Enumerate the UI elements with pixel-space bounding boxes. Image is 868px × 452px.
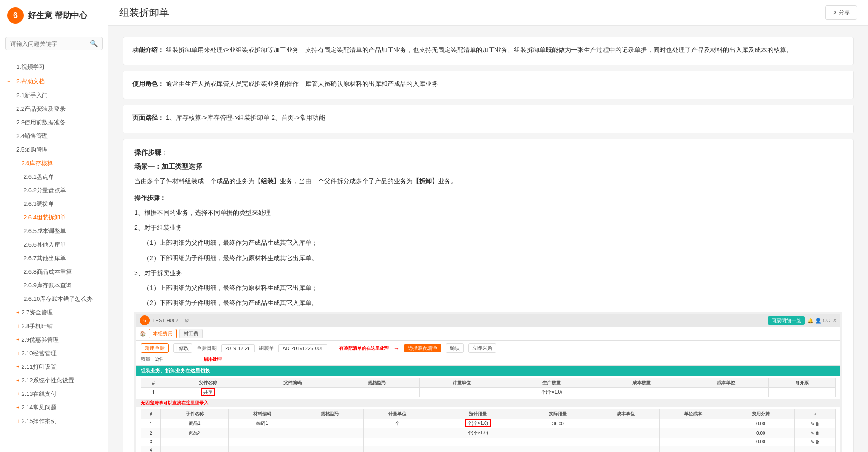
table-row: 2商品2 个(个×1.0)0.00✎ 🗑 <box>141 428 836 438</box>
step1: 1、根据不同的业务，选择不同单据的类型来处理 <box>134 207 842 219</box>
page-header: 组装拆卸单 ↗ 分享 <box>108 0 868 26</box>
search-icon[interactable]: 🔍 <box>90 40 98 47</box>
ops-steps-title: 操作步骤： <box>134 192 842 204</box>
step3-1: （1）上部明细为父件明细，最终作为原材料生成其它出库单； <box>143 282 842 294</box>
child-table: #子件名称材料编码规格型号计量单位预计用量实际用量成本单位单位成本费用分摊+ 1… <box>141 409 836 452</box>
table-row: 4 <box>141 446 836 452</box>
main-content: 组装拆卸单 ↗ 分享 功能介绍： 组装拆卸单用来处理企业组装或拆卸等加工业务，支… <box>108 0 868 452</box>
intro-label: 功能介绍： <box>132 46 164 53</box>
tab-active: 本经费用 <box>149 329 177 338</box>
nav-home: ⚙ <box>184 318 189 324</box>
sidebar-item-install[interactable]: 2.2产品安装及登录 <box>0 102 108 116</box>
path-text: 页面路径： 1、库存核算->库存管理->组装拆卸单 2、首页->常用功能 <box>132 112 844 124</box>
parent-table-container: #父件名称父件编码规格型号计量单位生产数量成本数量成本单位可开票 1 共享 个(… <box>136 376 840 399</box>
sidebar-item-partialcount[interactable]: 2.6.2分量盘点单 <box>0 184 108 197</box>
teal-btn-mock: 同票明细一览 <box>768 316 805 325</box>
sidebar-item-xinshow[interactable]: 2.1新手入门 <box>0 89 108 102</box>
step3: 3、对于拆卖业务 <box>134 267 842 279</box>
sidebar-item-stockerror[interactable]: 2.6.10库存账本错了怎么办 <box>0 292 108 306</box>
select-list-btn[interactable]: 选择装配清单 <box>404 344 441 352</box>
ops-title: 操作步骤： <box>134 148 842 157</box>
path-content: 1、库存核算->库存管理->组装拆卸单 2、首页->常用功能 <box>166 114 325 121</box>
purchase-btn[interactable]: 立即采购 <box>468 343 496 353</box>
sidebar-item-otherout[interactable]: 2.6.7其他出库单 <box>0 252 108 265</box>
page-title: 组装拆卸单 <box>119 6 169 19</box>
search-input[interactable] <box>10 40 90 47</box>
sidebar-item-online[interactable]: + 2.13在线支付 <box>0 387 108 401</box>
intro-block: 功能介绍： 组装拆卸单用来处理企业组装或拆卸等加工业务，支持有固定装配清单的产品… <box>123 37 854 65</box>
role-text: 使用角色： 通常由生产人员或库管人员完成拆装业务的操作，库管人员确认原材料的出库… <box>132 78 844 90</box>
role-label: 使用角色： <box>132 80 164 87</box>
doc-type-label: 组装单 <box>259 345 274 352</box>
sidebar: 6 好生意 帮助中心 🔍 + 1.视频学习 − 2.帮助文档 2.1新手入门 2… <box>0 0 108 452</box>
share-label: 分享 <box>839 9 850 17</box>
operations-section: 操作步骤： 场景一：加工类型选择 当由多个子件材料组装成一个成品的业务为【组装】… <box>123 139 854 452</box>
sidebar-item-stockcheck[interactable]: 2.6.9库存账本查询 <box>0 279 108 292</box>
parent-name: 共享 <box>201 388 215 396</box>
sidebar-item-ops[interactable]: + 2.10经营管理 <box>0 347 108 360</box>
icon-home: 🏠 <box>140 331 146 337</box>
sidebar-item-label: 2.帮助文档 <box>16 77 45 86</box>
search-box[interactable]: 🔍 <box>5 37 103 50</box>
doc-id: AD-20191226-001 <box>278 344 327 352</box>
sidebar-item-mobile[interactable]: + 2.8手机旺铺 <box>0 319 108 333</box>
step2-1: （1）上部明细为父件明细，最终作为产成品生成其它入库单； <box>143 237 842 248</box>
step2: 2、对于组装业务 <box>134 222 842 233</box>
annotation-text-3: 启用处理 <box>203 356 222 362</box>
sidebar-item-purchase[interactable]: 2.5采购管理 <box>0 143 108 157</box>
annotation-text-1: 有装配清单的在这里处理 <box>339 345 389 352</box>
app-logo-icon: 6 <box>140 315 150 325</box>
table-row: 1 共享 个(个×1.0) <box>141 388 836 397</box>
path-label: 页面路径： <box>132 114 164 121</box>
qty-value: 2件 <box>155 356 163 362</box>
sidebar-item-docs[interactable]: − 2.帮助文档 <box>0 74 108 89</box>
sidebar-item-custom[interactable]: + 2.12系统个性化设置 <box>0 374 108 387</box>
step2-2: （2）下部明细为子件明细，最终作为原材料生成其它出库单。 <box>143 252 842 264</box>
sidebar-item-faq[interactable]: + 2.14常见问题 <box>0 401 108 414</box>
annotation-text-2: 组装业务、拆卸业务在这里切换 <box>141 367 210 374</box>
sidebar-item-assembly[interactable]: 2.6.4组装拆卸单 <box>0 211 108 224</box>
tab2: 材工费 <box>179 329 203 338</box>
share-icon: ↗ <box>832 10 837 16</box>
parent-table: #父件名称父件编码规格型号计量单位生产数量成本数量成本单位可开票 1 共享 个(… <box>141 378 836 397</box>
expand-icon: + <box>7 64 14 70</box>
scene1-title: 场景一：加工类型选择 <box>134 162 842 171</box>
sidebar-item-goodscost[interactable]: 2.6.8商品成本重算 <box>0 265 108 279</box>
icons-area: 🔔 👤 CC <box>807 318 830 324</box>
table-row: 1商品1编码1个 个(个×1.0) 36.000.00✎ 🗑 <box>141 419 836 428</box>
close-icon: ✕ <box>833 318 837 324</box>
sidebar-item-sales[interactable]: 2.4销售管理 <box>0 129 108 143</box>
app-company: TEST-H002 <box>152 318 178 323</box>
logo-area: 6 好生意 帮助中心 <box>0 0 108 31</box>
scene1-desc: 当由多个子件材料组装成一个成品的业务为【组装】业务，当由一个父件拆分成多个子产品… <box>134 176 842 187</box>
sidebar-item-data[interactable]: 2.3使用前数据准备 <box>0 116 108 129</box>
sidebar-item-videos[interactable]: + 1.视频学习 <box>0 60 108 74</box>
content-area: 功能介绍： 组装拆卸单用来处理企业组装或拆卸等加工业务，支持有固定装配清单的产品… <box>108 26 868 452</box>
screenshot-container: 6 TEST-H002 ⚙ 同票明细一览 🔔 👤 CC ✕ 🏠 本经费用 材工费 <box>134 312 842 452</box>
sidebar-item-stock[interactable]: − 2.6库存核算 <box>0 157 108 170</box>
sidebar-item-label: 1.视频学习 <box>16 63 45 71</box>
step3-2: （2）下部明细为子件明细，最终作为产成品生成其它入库单。 <box>143 297 842 309</box>
qty-label: 数量 <box>141 356 151 362</box>
sidebar-item-otherin[interactable]: 2.6.6其他入库单 <box>0 238 108 252</box>
sidebar-item-stockcount[interactable]: 2.6.1盘点单 <box>0 170 108 184</box>
arrow1: → <box>393 345 400 352</box>
confirm-btn[interactable]: 确认 <box>446 343 464 353</box>
role-content: 通常由生产人员或库管人员完成拆装业务的操作，库管人员确认原材料的出库和产成品的入… <box>166 80 438 87</box>
sidebar-item-finance[interactable]: + 2.7资金管理 <box>0 306 108 319</box>
modify-btn[interactable]: | 修改 <box>173 343 192 353</box>
sidebar-item-cases[interactable]: + 2.15操作案例 <box>0 414 108 428</box>
sidebar-item-coupon[interactable]: + 2.9优惠券管理 <box>0 333 108 347</box>
child-table-container: #子件名称材料编码规格型号计量单位预计用量实际用量成本单位单位成本费用分摊+ 1… <box>136 407 840 452</box>
date-label: 单据日期 <box>197 345 217 352</box>
logo-text: 好生意 帮助中心 <box>28 10 87 21</box>
sidebar-item-adjust[interactable]: 2.6.3调拨单 <box>0 197 108 211</box>
share-button[interactable]: ↗ 分享 <box>825 5 857 20</box>
section-header: 组装业务、拆卸业务在这里切换 <box>136 366 840 376</box>
sidebar-item-print[interactable]: + 2.11打印设置 <box>0 360 108 374</box>
collapse-icon: − <box>7 78 14 85</box>
search-area: 🔍 <box>0 31 108 56</box>
new-doc-btn[interactable]: 新建单据 <box>141 343 169 353</box>
path-block: 页面路径： 1、库存核算->库存管理->组装拆卸单 2、首页->常用功能 <box>123 105 854 133</box>
sidebar-item-costadj[interactable]: 2.6.5成本调整单 <box>0 224 108 238</box>
